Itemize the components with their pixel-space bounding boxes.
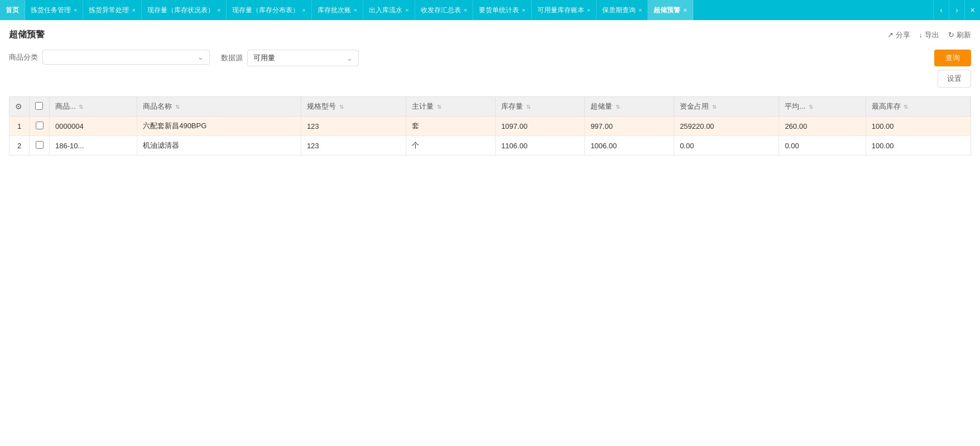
sort-icon: ⇅ bbox=[712, 104, 717, 110]
datasource-label: 数据源 bbox=[221, 53, 243, 63]
nav-tab-stock-status[interactable]: 现存量（库存状况表） × bbox=[142, 0, 227, 20]
close-icon[interactable]: × bbox=[302, 7, 305, 13]
row-checkbox-1[interactable] bbox=[30, 117, 50, 136]
table-row: 1 0000004 六配套新昌490BPG 123 套 1097.00 997.… bbox=[9, 117, 971, 136]
table-row: 2 186-10... 机油滤清器 123 个 1106.00 1006.00 … bbox=[9, 136, 971, 156]
row-max-stock-2: 100.00 bbox=[866, 136, 971, 156]
nav-tab-task[interactable]: 拣货任务管理 × bbox=[25, 0, 83, 20]
col-checkbox-header bbox=[30, 97, 50, 117]
col-spec-header[interactable]: 规格型号 ⇅ bbox=[301, 97, 406, 117]
table-body: 1 0000004 六配套新昌490BPG 123 套 1097.00 997.… bbox=[9, 117, 971, 156]
row-capital-2: 0.00 bbox=[674, 136, 779, 156]
row-avg-1: 260.00 bbox=[779, 117, 866, 136]
sort-icon: ⇅ bbox=[526, 104, 531, 110]
col-capital-header[interactable]: 资金占用 ⇅ bbox=[674, 97, 779, 117]
row-max-stock-1: 100.00 bbox=[866, 117, 971, 136]
query-button[interactable]: 查询 bbox=[934, 50, 971, 66]
row-num-2: 2 bbox=[9, 136, 30, 156]
close-icon[interactable]: × bbox=[354, 7, 357, 13]
datasource-filter: 数据源 可用量 ⌄ bbox=[221, 50, 359, 66]
row-name-2: 机油滤清器 bbox=[137, 136, 301, 156]
nav-arrows: ‹ › × bbox=[933, 0, 980, 20]
sort-icon: ⇅ bbox=[616, 104, 620, 110]
close-icon[interactable]: × bbox=[638, 7, 642, 13]
nav-tab-inout[interactable]: 出入库流水 × bbox=[363, 0, 415, 20]
row-select-checkbox[interactable] bbox=[36, 122, 44, 129]
sort-icon: ⇅ bbox=[904, 104, 908, 110]
close-icon[interactable]: × bbox=[683, 7, 686, 13]
select-all-checkbox[interactable] bbox=[35, 102, 43, 110]
category-label: 商品分类 bbox=[9, 52, 38, 62]
refresh-button[interactable]: ↻ 刷新 bbox=[948, 30, 971, 40]
nav-next-button[interactable]: › bbox=[949, 0, 964, 20]
datasource-value: 可用量 bbox=[253, 53, 275, 63]
page-content: 超储预警 ↗ 分享 ↓ 导出 ↻ 刷新 商品分类 ⌄ 数据源 bbox=[0, 20, 980, 446]
sort-icon: ⇅ bbox=[437, 104, 441, 110]
col-max-stock-header[interactable]: 最高库存 ⇅ bbox=[866, 97, 971, 117]
row-capital-1: 259220.00 bbox=[674, 117, 779, 136]
col-name-header[interactable]: 商品名称 ⇅ bbox=[137, 97, 301, 117]
row-stock-2: 1106.00 bbox=[496, 136, 585, 156]
filter-buttons: 查询 设置 bbox=[934, 50, 971, 88]
row-spec-2: 123 bbox=[301, 136, 406, 156]
chevron-down-icon: ⌄ bbox=[347, 54, 353, 62]
row-spec-1: 123 bbox=[301, 117, 406, 136]
nav-tab-order-stat[interactable]: 要货单统计表 × bbox=[473, 0, 531, 20]
export-button[interactable]: ↓ 导出 bbox=[919, 30, 940, 40]
page-header: 超储预警 ↗ 分享 ↓ 导出 ↻ 刷新 bbox=[9, 29, 971, 41]
nav-tab-abnormal[interactable]: 拣货异常处理 × bbox=[83, 0, 141, 20]
sort-icon: ⇅ bbox=[175, 104, 180, 110]
close-icon[interactable]: × bbox=[464, 7, 467, 13]
row-checkbox-2[interactable] bbox=[30, 136, 50, 156]
sort-icon: ⇅ bbox=[79, 104, 83, 110]
nav-tab-home[interactable]: 首页 bbox=[0, 0, 25, 20]
nav-tab-avail-ledger[interactable]: 可用量库存账本 × bbox=[532, 0, 597, 20]
nav-tab-batch[interactable]: 库存批次账 × bbox=[312, 0, 363, 20]
row-overstock-1: 997.00 bbox=[585, 117, 674, 136]
close-icon[interactable]: × bbox=[74, 7, 77, 13]
row-num-1: 1 bbox=[9, 117, 30, 136]
datasource-select[interactable]: 可用量 ⌄ bbox=[247, 50, 359, 66]
close-icon[interactable]: × bbox=[217, 7, 220, 13]
col-avg-header[interactable]: 平均... ⇅ bbox=[779, 97, 866, 117]
page-title: 超储预警 bbox=[9, 29, 45, 41]
category-select[interactable]: ⌄ bbox=[42, 50, 210, 65]
nav-tab-overstock[interactable]: 超储预警 × bbox=[648, 0, 693, 20]
row-avg-2: 0.00 bbox=[779, 136, 866, 156]
settings-button[interactable]: 设置 bbox=[938, 70, 971, 88]
top-nav: 首页 拣货任务管理 × 拣货异常处理 × 现存量（库存状况表） × 现存量（库存… bbox=[0, 0, 980, 20]
close-icon[interactable]: × bbox=[587, 7, 590, 13]
header-actions: ↗ 分享 ↓ 导出 ↻ 刷新 bbox=[887, 30, 972, 40]
export-icon: ↓ bbox=[919, 31, 923, 39]
nav-tab-stock-dist[interactable]: 现存量（库存分布表） × bbox=[227, 0, 311, 20]
nav-tab-collect[interactable]: 收发存汇总表 × bbox=[415, 0, 473, 20]
close-icon[interactable]: × bbox=[405, 7, 409, 13]
row-stock-1: 1097.00 bbox=[496, 117, 585, 136]
close-icon[interactable]: × bbox=[522, 7, 525, 13]
col-stock-header[interactable]: 库存量 ⇅ bbox=[496, 97, 585, 117]
row-select-checkbox[interactable] bbox=[36, 141, 44, 149]
gear-icon[interactable]: ⚙ bbox=[15, 102, 22, 111]
data-table: ⚙ 商品... ⇅ 商品名称 ⇅ 规格型号 ⇅ 主计量 bbox=[9, 96, 971, 156]
col-settings-header: ⚙ bbox=[9, 97, 30, 117]
chevron-down-icon: ⌄ bbox=[198, 53, 204, 61]
row-unit-1: 套 bbox=[406, 117, 496, 136]
row-overstock-2: 1006.00 bbox=[585, 136, 674, 156]
row-code-1: 0000004 bbox=[50, 117, 137, 136]
col-overstock-header[interactable]: 超储量 ⇅ bbox=[585, 97, 674, 117]
col-unit-header[interactable]: 主计量 ⇅ bbox=[406, 97, 496, 117]
row-code-2: 186-10... bbox=[50, 136, 137, 156]
row-unit-2: 个 bbox=[406, 136, 496, 156]
col-code-header[interactable]: 商品... ⇅ bbox=[50, 97, 137, 117]
share-button[interactable]: ↗ 分享 bbox=[887, 30, 910, 40]
share-icon: ↗ bbox=[887, 31, 893, 39]
sort-icon: ⇅ bbox=[339, 104, 344, 110]
nav-prev-button[interactable]: ‹ bbox=[933, 0, 949, 20]
nav-close-button[interactable]: × bbox=[964, 0, 980, 20]
category-filter: 商品分类 ⌄ bbox=[9, 50, 210, 65]
sort-icon: ⇅ bbox=[809, 104, 813, 110]
nav-tab-quality[interactable]: 保质期查询 × bbox=[597, 0, 648, 20]
table-header: ⚙ 商品... ⇅ 商品名称 ⇅ 规格型号 ⇅ 主计量 bbox=[9, 97, 971, 117]
row-name-1: 六配套新昌490BPG bbox=[137, 117, 301, 136]
close-icon[interactable]: × bbox=[132, 7, 135, 13]
